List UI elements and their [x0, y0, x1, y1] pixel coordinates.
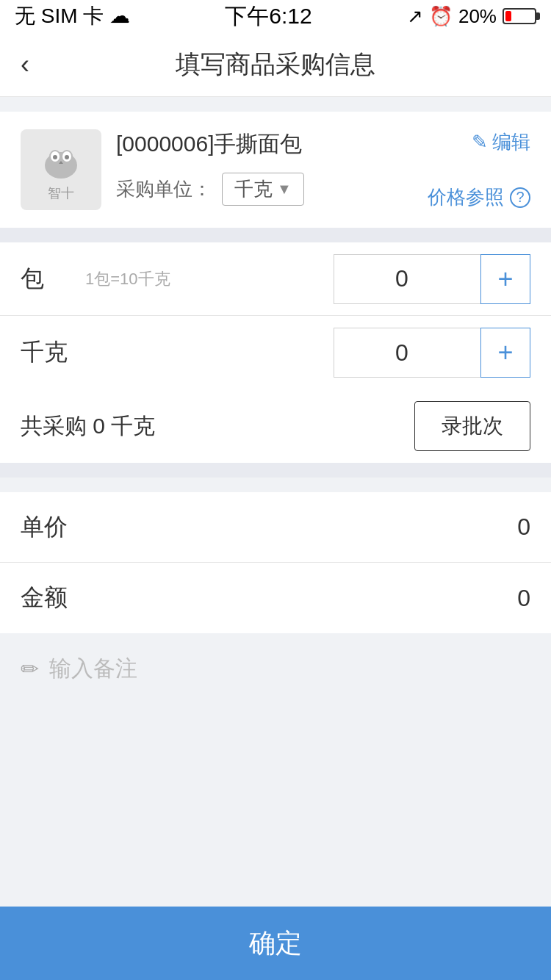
logo-text: 智十 [48, 184, 74, 202]
alarm-icon: ⏰ [429, 5, 453, 28]
amount-label: 金额 [21, 582, 68, 614]
unit-price-value: 0 [517, 514, 530, 541]
bag-plus-button[interactable]: + [480, 254, 530, 304]
product-name: [0000006]手撕面包 [116, 129, 530, 159]
bag-quantity-input[interactable] [334, 254, 480, 304]
note-placeholder: 输入备注 [49, 654, 137, 684]
page-title: 填写商品采购信息 [176, 48, 375, 82]
unit-price-row: 单价 0 [0, 492, 551, 563]
price-ref-label: 价格参照 [428, 184, 504, 210]
bag-sub-label: 1包=10千克 [85, 268, 334, 290]
battery-fill [505, 11, 511, 21]
summary-text: 共采购 0 千克 [21, 411, 155, 442]
summary-row: 共采购 0 千克 录批次 [0, 389, 551, 463]
edit-button[interactable]: ✎ 编辑 [472, 129, 530, 155]
back-button[interactable]: ‹ [21, 49, 29, 80]
record-batch-button[interactable]: 录批次 [414, 401, 530, 451]
product-thumbnail: 智十 [21, 129, 101, 210]
kg-plus-button[interactable]: + [480, 328, 530, 378]
status-left: 无 SIM 卡 ☁ [15, 2, 130, 30]
help-icon: ? [510, 187, 530, 208]
battery-percent: 20% [458, 5, 497, 28]
kg-quantity-input[interactable] [334, 328, 480, 378]
status-time: 下午6:12 [225, 1, 311, 32]
svg-point-6 [65, 155, 69, 159]
edit-icon: ✎ [472, 131, 488, 154]
sim-signal: 无 SIM 卡 ☁ [15, 2, 130, 30]
unit-selector[interactable]: 千克 ▼ [222, 173, 304, 206]
amount-row: 金额 0 [0, 563, 551, 633]
location-icon: ↗ [407, 5, 423, 28]
status-bar: 无 SIM 卡 ☁ 下午6:12 ↗ ⏰ 20% [0, 0, 551, 32]
edit-label: 编辑 [492, 129, 530, 155]
bag-label: 包 [21, 263, 79, 295]
bag-input-control: + [334, 254, 530, 304]
input-section: 包 1包=10千克 + 千克 + [0, 242, 551, 389]
bag-input-row: 包 1包=10千克 + [0, 242, 551, 316]
divider-band-1 [0, 228, 551, 242]
owl-svg-icon [39, 137, 83, 181]
svg-point-5 [53, 155, 57, 159]
unit-dropdown-arrow: ▼ [277, 181, 292, 198]
price-reference-button[interactable]: 价格参照 ? [428, 184, 530, 210]
divider-band-2 [0, 463, 551, 478]
pencil-icon: ✏ [21, 656, 39, 682]
status-right: ↗ ⏰ 20% [407, 5, 536, 28]
price-section: 单价 0 金额 0 [0, 492, 551, 633]
product-logo: 智十 [39, 137, 83, 202]
unit-price-label: 单价 [21, 511, 68, 544]
unit-value: 千克 [234, 176, 273, 202]
kg-label: 千克 [21, 336, 79, 369]
battery-icon [503, 8, 536, 24]
kg-input-control: + [334, 328, 530, 378]
nav-bar: ‹ 填写商品采购信息 [0, 32, 551, 97]
bottom-spacer [0, 705, 551, 851]
product-card: 智十 [0000006]手撕面包 采购单位： 千克 ▼ ✎ 编辑 价格参照 ? [0, 112, 551, 228]
note-section[interactable]: ✏ 输入备注 [0, 633, 551, 705]
amount-value: 0 [517, 585, 530, 612]
kg-input-row: 千克 + [0, 316, 551, 389]
unit-label: 采购单位： [116, 176, 212, 202]
page-content: 智十 [0000006]手撕面包 采购单位： 千克 ▼ ✎ 编辑 价格参照 ? [0, 112, 551, 925]
confirm-label: 确定 [249, 926, 302, 962]
confirm-button[interactable]: 确定 [0, 907, 551, 980]
